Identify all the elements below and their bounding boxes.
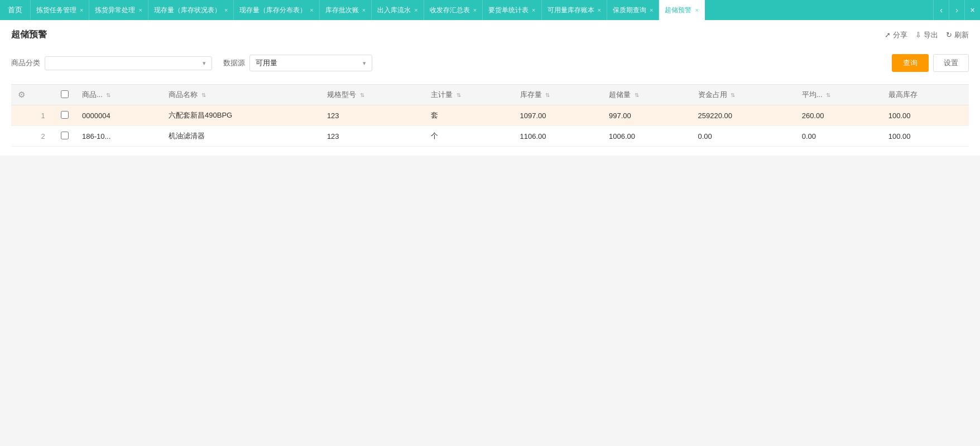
nav-tab-label-1: 拣货任务管理 [36, 6, 76, 15]
column-product-name-label: 商品名称 [169, 90, 198, 99]
column-unit-label: 主计量 [431, 90, 453, 99]
column-capital[interactable]: 资金占用 ⇅ [691, 85, 795, 105]
row2-product-code: 186-10... [75, 126, 162, 147]
row2-checkbox[interactable] [61, 132, 69, 139]
row2-overstock: 1006.00 [602, 126, 691, 147]
close-icon-1[interactable]: × [80, 7, 83, 13]
category-select[interactable]: ▾ [45, 56, 212, 70]
datasource-select-value: 可用量 [256, 58, 277, 68]
export-icon: ⇩ [915, 31, 921, 39]
column-stock-label: 库存量 [520, 90, 542, 99]
nav-tab-label-9: 可用量库存账本 [547, 6, 594, 15]
nav-tab-2[interactable]: 拣货异常处理 × [89, 0, 148, 20]
refresh-label: 刷新 [954, 30, 969, 40]
nav-tab-3[interactable]: 现存量（库存状况表） × [148, 0, 234, 20]
nav-tab-9[interactable]: 可用量库存账本 × [542, 0, 607, 20]
column-avg[interactable]: 平均... ⇅ [795, 85, 882, 105]
column-overstock[interactable]: 超储量 ⇅ [602, 85, 691, 105]
column-product-name[interactable]: 商品名称 ⇅ [162, 85, 320, 105]
row2-max-stock: 100.00 [882, 126, 969, 147]
column-settings[interactable]: ⚙ [11, 85, 32, 105]
sort-icon-product-code[interactable]: ⇅ [106, 92, 111, 98]
column-stock[interactable]: 库存量 ⇅ [513, 85, 602, 105]
nav-tab-10[interactable]: 保质期查询 × [607, 0, 659, 20]
nav-next-button[interactable]: › [949, 0, 964, 20]
sort-icon-avg[interactable]: ⇅ [826, 92, 830, 98]
nav-tab-6[interactable]: 出入库流水 × [372, 0, 424, 20]
row2-avg: 0.00 [795, 126, 882, 147]
row1-capital: 259220.00 [691, 105, 795, 126]
query-button[interactable]: 查询 [892, 54, 929, 72]
close-icon-6[interactable]: × [414, 7, 417, 13]
column-product-code-label: 商品... [82, 90, 103, 99]
table-body: 1 0000004 六配套新昌490BPG 123 套 1097.00 997.… [11, 105, 969, 147]
row1-max-stock: 100.00 [882, 105, 969, 126]
nav-tab-4[interactable]: 现存量（库存分布表） × [234, 0, 319, 20]
row2-settings-cell [11, 126, 32, 147]
share-label: 分享 [893, 30, 907, 40]
nav-tab-label-8: 要货单统计表 [488, 6, 529, 15]
gear-icon[interactable]: ⚙ [18, 90, 25, 99]
close-icon-3[interactable]: × [224, 7, 228, 13]
nav-tab-label-3: 现存量（库存状况表） [154, 6, 221, 15]
data-table: ⚙ 商品... ⇅ 商品名称 ⇅ 规格型号 ⇅ [11, 84, 969, 147]
close-icon-9[interactable]: × [598, 7, 601, 13]
filter-actions: 查询 设置 [892, 54, 969, 72]
column-spec[interactable]: 规格型号 ⇅ [320, 85, 424, 105]
export-button[interactable]: ⇩ 导出 [915, 30, 938, 40]
refresh-button[interactable]: ↻ 刷新 [946, 30, 969, 40]
nav-tab-label-6: 出入库流水 [377, 6, 411, 15]
settings-button[interactable]: 设置 [933, 54, 969, 72]
close-icon-8[interactable]: × [532, 7, 535, 13]
datasource-filter: 数据源 可用量 ▾ [223, 55, 372, 71]
header-actions: ➚ 分享 ⇩ 导出 ↻ 刷新 [885, 30, 969, 40]
column-product-code[interactable]: 商品... ⇅ [75, 85, 162, 105]
category-filter: 商品分类 ▾ [11, 56, 212, 70]
row1-checkbox-cell[interactable] [54, 105, 75, 126]
column-index [32, 85, 54, 105]
row2-checkbox-cell[interactable] [54, 126, 75, 147]
nav-tab-7[interactable]: 收发存汇总表 × [424, 0, 483, 20]
close-icon-7[interactable]: × [473, 7, 477, 13]
nav-tab-label-4: 现存量（库存分布表） [239, 6, 306, 15]
datasource-select[interactable]: 可用量 ▾ [249, 55, 372, 71]
datasource-chevron-icon: ▾ [363, 60, 366, 67]
row1-avg: 260.00 [795, 105, 882, 126]
sort-icon-product-name[interactable]: ⇅ [201, 92, 206, 98]
close-icon-2[interactable]: × [138, 7, 142, 13]
share-icon: ➚ [885, 31, 891, 39]
close-icon-5[interactable]: × [362, 7, 366, 13]
nav-prev-button[interactable]: ‹ [933, 0, 949, 20]
sort-icon-capital[interactable]: ⇅ [731, 92, 735, 98]
close-icon-4[interactable]: × [310, 7, 313, 13]
nav-tab-5[interactable]: 库存批次账 × [320, 0, 372, 20]
nav-arrows: ‹ › × [933, 0, 980, 20]
sort-icon-overstock[interactable]: ⇅ [635, 92, 639, 98]
row1-product-code: 0000004 [75, 105, 162, 126]
page-title: 超储预警 [11, 29, 47, 41]
sort-icon-stock[interactable]: ⇅ [545, 92, 550, 98]
share-button[interactable]: ➚ 分享 [885, 30, 907, 40]
table-header: ⚙ 商品... ⇅ 商品名称 ⇅ 规格型号 ⇅ [11, 85, 969, 105]
column-max-stock[interactable]: 最高库存 [882, 85, 969, 105]
nav-tab-label-2: 拣货异常处理 [95, 6, 135, 15]
sort-icon-unit[interactable]: ⇅ [457, 92, 461, 98]
row2-capital: 0.00 [691, 126, 795, 147]
select-all-checkbox[interactable] [61, 90, 69, 98]
sort-icon-spec[interactable]: ⇅ [360, 92, 364, 98]
row1-checkbox[interactable] [61, 111, 69, 119]
close-icon-11[interactable]: × [695, 7, 698, 13]
nav-tab-8[interactable]: 要货单统计表 × [483, 0, 541, 20]
nav-home[interactable]: 首页 [0, 0, 31, 20]
nav-tab-1[interactable]: 拣货任务管理 × [31, 0, 89, 20]
export-label: 导出 [924, 30, 938, 40]
nav-tab-11[interactable]: 超储预警 × [659, 0, 704, 20]
column-unit[interactable]: 主计量 ⇅ [424, 85, 513, 105]
datasource-label: 数据源 [223, 58, 245, 68]
nav-more-button[interactable]: × [964, 0, 980, 20]
filter-row: 商品分类 ▾ 数据源 可用量 ▾ 查询 设置 [11, 49, 969, 77]
close-icon-10[interactable]: × [650, 7, 653, 13]
column-overstock-label: 超储量 [609, 90, 631, 99]
row2-spec: 123 [320, 126, 424, 147]
column-checkbox[interactable] [54, 85, 75, 105]
